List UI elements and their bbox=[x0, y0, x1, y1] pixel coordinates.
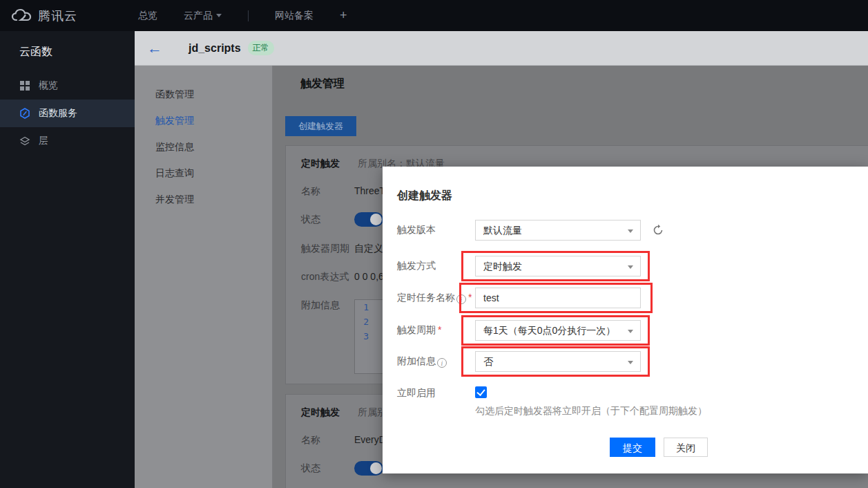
submit-button[interactable]: 提交 bbox=[610, 438, 655, 457]
function-name: jd_scripts bbox=[189, 42, 241, 55]
nav-divider bbox=[248, 10, 249, 21]
trigger-cycle-select[interactable]: 每1天（每天0点0分执行一次） bbox=[475, 320, 641, 341]
brand-name: 腾讯云 bbox=[38, 8, 77, 24]
sidebar-title: 云函数 bbox=[0, 31, 135, 72]
service-sidebar: 云函数 概览 函数服务 层 bbox=[0, 31, 135, 488]
sidebar-item-function-service[interactable]: 函数服务 bbox=[0, 100, 135, 127]
name-label: 名称 bbox=[301, 185, 320, 198]
line-number: 2 bbox=[355, 315, 373, 329]
required-asterisk: * bbox=[468, 292, 472, 303]
chevron-down-icon bbox=[628, 361, 633, 364]
sidebar-item-overview[interactable]: 概览 bbox=[0, 72, 135, 100]
chevron-down-icon bbox=[216, 14, 222, 17]
function-header: ← jd_scripts 正常 bbox=[135, 31, 868, 66]
submenu-item-concurrency[interactable]: 并发管理 bbox=[135, 186, 272, 212]
trigger-method-select[interactable]: 定时触发 bbox=[475, 256, 641, 276]
page-title: 触发管理 bbox=[300, 77, 345, 91]
app-window: 腾讯云 总览 云产品 网站备案 + 云函数 概览 函数服务 层 bbox=[0, 0, 868, 488]
extra-info-value: 否 bbox=[483, 356, 493, 367]
name-value: EveryD bbox=[354, 434, 386, 445]
task-name-input[interactable]: test bbox=[475, 288, 641, 308]
submenu-item-trigger-management[interactable]: 触发管理 bbox=[135, 107, 272, 133]
extra-info-label: 附加信息 bbox=[301, 299, 340, 312]
create-trigger-button[interactable]: 创建触发器 bbox=[285, 116, 356, 136]
refresh-icon[interactable] bbox=[652, 224, 664, 236]
sidebar-item-label: 层 bbox=[39, 135, 48, 147]
chevron-down-icon bbox=[628, 229, 633, 233]
info-icon[interactable]: i bbox=[437, 358, 447, 368]
status-label: 状态 bbox=[301, 214, 320, 226]
chevron-down-icon bbox=[628, 330, 633, 333]
submenu-item-function-management[interactable]: 函数管理 bbox=[135, 81, 272, 107]
grid-icon bbox=[19, 80, 30, 91]
trigger-method-value: 定时触发 bbox=[483, 261, 522, 272]
task-name-label: 定时任务名称i* bbox=[397, 292, 472, 304]
trigger-type: 定时触发 bbox=[301, 158, 340, 169]
create-trigger-modal: 创建触发器 触发版本 默认流量 触发方式 定时触发 定时任务名称i* test … bbox=[383, 167, 868, 473]
submenu-item-monitoring[interactable]: 监控信息 bbox=[135, 133, 272, 160]
task-name-value: test bbox=[483, 292, 499, 303]
status-badge: 正常 bbox=[248, 41, 274, 55]
name-label: 名称 bbox=[301, 434, 320, 447]
nav-add-tab-button[interactable]: + bbox=[340, 8, 347, 23]
modal-title: 创建触发器 bbox=[397, 189, 452, 203]
submenu-item-log-query[interactable]: 日志查询 bbox=[135, 160, 272, 186]
cloud-logo-icon bbox=[11, 8, 32, 24]
trigger-version-value: 默认流量 bbox=[483, 225, 522, 236]
sidebar-item-label: 函数服务 bbox=[39, 107, 77, 120]
extra-info-select[interactable]: 否 bbox=[475, 351, 641, 372]
trigger-cycle-label: 触发周期* bbox=[397, 324, 441, 337]
sidebar-item-layers[interactable]: 层 bbox=[0, 127, 135, 155]
extra-info-label: 附加信息i bbox=[397, 355, 447, 368]
status-toggle-on[interactable] bbox=[354, 212, 383, 227]
chevron-down-icon bbox=[628, 265, 633, 269]
enable-now-checkbox[interactable] bbox=[475, 386, 487, 398]
trigger-cycle-value: 每1天（每天0点0分执行一次） bbox=[483, 325, 615, 336]
function-icon bbox=[19, 108, 30, 119]
layers-icon bbox=[19, 135, 30, 147]
trigger-method-label: 触发方式 bbox=[397, 260, 436, 272]
status-toggle-on[interactable] bbox=[354, 461, 383, 476]
line-number: 1 bbox=[355, 300, 373, 315]
trigger-version-label: 触发版本 bbox=[397, 224, 436, 236]
nav-products[interactable]: 云产品 bbox=[184, 10, 222, 22]
trigger-version-select[interactable]: 默认流量 bbox=[475, 220, 641, 241]
info-icon[interactable]: i bbox=[456, 294, 466, 304]
enable-now-label: 立即启用 bbox=[397, 387, 436, 400]
top-navbar: 腾讯云 总览 云产品 网站备案 + bbox=[0, 0, 868, 31]
cron-label: cron表达式 bbox=[301, 271, 349, 283]
required-asterisk: * bbox=[438, 324, 441, 335]
close-button[interactable]: 关闭 bbox=[664, 438, 708, 457]
line-number: 3 bbox=[355, 329, 373, 344]
trigger-type: 定时触发 bbox=[301, 406, 340, 417]
cron-value: 0 0 0,6, bbox=[354, 271, 387, 282]
status-label: 状态 bbox=[301, 462, 320, 475]
back-arrow-icon[interactable]: ← bbox=[147, 41, 162, 56]
sidebar-item-label: 概览 bbox=[39, 79, 58, 92]
function-submenu: 函数管理 触发管理 监控信息 日志查询 并发管理 bbox=[135, 66, 273, 488]
nav-overview[interactable]: 总览 bbox=[138, 10, 157, 22]
tencent-cloud-logo[interactable]: 腾讯云 bbox=[0, 8, 123, 24]
enable-now-hint: 勾选后定时触发器将立即开启（于下个配置周期触发） bbox=[475, 405, 707, 417]
period-label: 触发器周期 bbox=[301, 243, 349, 255]
nav-icp[interactable]: 网站备案 bbox=[275, 10, 314, 22]
